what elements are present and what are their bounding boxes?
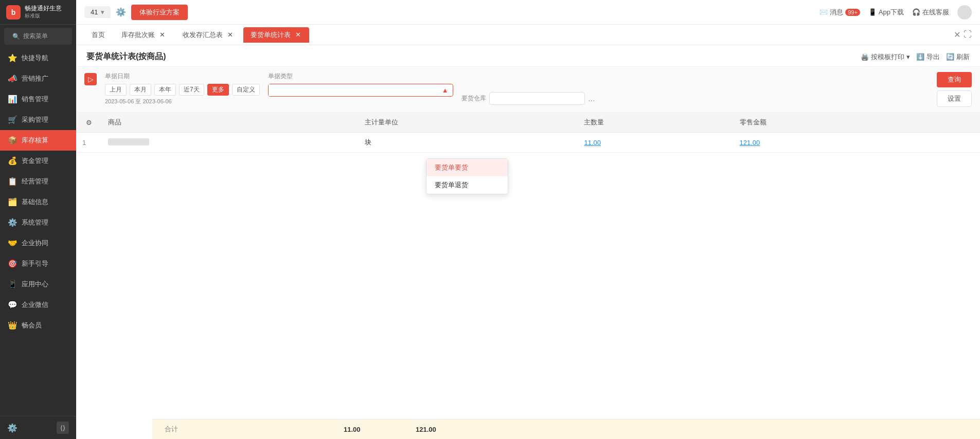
filter-warehouse-group: 要货仓库 … [461,92,595,105]
guide-icon: 🎯 [7,259,17,269]
tab-recv-summary[interactable]: 收发存汇总表 ✕ [175,27,241,43]
print-arrow-icon: ▾ [906,53,910,61]
query-button[interactable]: 查询 [937,72,972,87]
sidebar-item-wechat[interactable]: 💬 企业微信 [0,295,76,315]
retail-amount-link[interactable]: 121.00 [740,139,760,147]
sidebar-item-purchase[interactable]: 🛒 采购管理 [0,109,76,130]
sidebar-item-appcenter[interactable]: 📱 应用中心 [0,274,76,295]
tabs-right-controls: ✕ ⛶ [954,30,972,40]
sidebar-item-vip[interactable]: 👑 畅会员 [0,315,76,336]
filter-actions: 查询 设置 [937,72,972,107]
sidebar-item-enterprise[interactable]: 🤝 企业协同 [0,233,76,253]
sidebar-item-basic[interactable]: 🗂️ 基础信息 [0,192,76,212]
filter-warehouse-more-icon[interactable]: … [588,95,595,103]
col-settings-icon[interactable]: ⚙ [76,113,102,133]
page-title: 要货单统计表(按商品) [86,51,166,62]
sidebar-nav: ⭐ 快捷导航 📣 营销推广 📊 销售管理 🛒 采购管理 📦 库存核算 💰 资金管… [0,48,76,416]
sidebar-item-operation[interactable]: 📋 经营管理 [0,171,76,192]
filter-expand-button[interactable]: ▷ [84,73,97,85]
wechat-icon: 💬 [7,300,17,310]
cell-row-num: 1 [76,133,102,153]
sidebar-collapse-button[interactable]: ⟨⟩ [57,422,69,434]
date-range-text: 2023-05-06 至 2023-06-06 [105,98,260,105]
refresh-button[interactable]: 🔄 刷新 [946,52,970,62]
cell-product [102,133,359,153]
data-table: ⚙ 商品 主计量单位 主数量 零售金额 1 块 [76,113,980,153]
footer-main-qty: 11.00 [344,426,395,433]
quicknav-icon: ⭐ [7,53,17,63]
app-download-button[interactable]: 📱 App下载 [868,8,904,17]
filter-type-input-wrap: ▲ [268,84,453,97]
date-preset-more[interactable]: 更多 [207,84,229,96]
col-retail-amount: 零售金额 [734,113,921,133]
tab-close-inventory-batch[interactable]: ✕ [158,31,166,39]
inventory-icon: 📦 [7,135,17,145]
export-button[interactable]: ⬇️ 导出 [916,52,940,62]
filter-type-input[interactable] [269,84,438,96]
settings-button[interactable]: 设置 [937,90,972,107]
refresh-icon: 🔄 [946,53,954,61]
dropdown-item-require-return[interactable]: 要货单退货 [426,176,508,194]
sidebar-item-quicknav[interactable]: ⭐ 快捷导航 [0,48,76,68]
date-preset-this-month[interactable]: 本月 [130,84,151,96]
main-area: 41 ▾ ⚙️ 体验行业方案 ✉️ 消息 99+ 📱 App下载 🎧 在线客服 [76,0,980,439]
filter-bar: ▷ 单据日期 上月 本月 本年 近7天 更多 自定义 2023-05-06 至 … [76,67,980,113]
collapse-icon: ⟨⟩ [60,424,65,432]
sidebar-item-inventory[interactable]: 📦 库存核算 [0,130,76,151]
tab-close-order-stat[interactable]: ✕ [294,31,302,39]
footer-label: 合计 [158,425,261,434]
filter-date-row: 上月 本月 本年 近7天 更多 自定义 [105,84,260,96]
filter-warehouse-input[interactable] [489,92,585,105]
finance-icon: 💰 [7,156,17,166]
vip-icon: 👑 [7,320,17,331]
tab-home[interactable]: 首页 [84,27,112,43]
tab-order-stat[interactable]: 要货单统计表 ✕ [243,27,309,43]
appcenter-icon: 📱 [7,279,17,289]
page-actions: 🖨️ 按模板打印 ▾ ⬇️ 导出 🔄 刷新 [861,52,970,62]
marketing-icon: 📣 [7,74,17,84]
basic-icon: 🗂️ [7,197,17,207]
cell-main-qty: 11.00 [578,133,733,153]
online-service-button[interactable]: 🎧 在线客服 [912,8,949,17]
table-row: 1 块 11.00 121.00 [76,133,980,153]
sidebar-item-guide[interactable]: 🎯 新手引导 [0,253,76,274]
filter-type-arrow-icon[interactable]: ▲ [438,84,453,96]
dropdown-arrow-icon: ▾ [101,8,104,16]
col-unit: 主计量单位 [359,113,578,133]
col-product: 商品 [102,113,359,133]
header-left: 41 ▾ ⚙️ 体验行业方案 [84,5,188,20]
sidebar-item-finance[interactable]: 💰 资金管理 [0,151,76,171]
tab-inventory-batch[interactable]: 库存批次账 ✕ [114,27,173,43]
top-header: 41 ▾ ⚙️ 体验行业方案 ✉️ 消息 99+ 📱 App下载 🎧 在线客服 [76,0,980,25]
sidebar-item-marketing[interactable]: 📣 营销推广 [0,68,76,89]
messages-button[interactable]: ✉️ 消息 99+ [819,8,860,17]
trial-button[interactable]: 体验行业方案 [131,5,188,20]
header-settings-icon[interactable]: ⚙️ [116,7,126,17]
service-icon: 🎧 [912,8,920,16]
tab-close-all-icon[interactable]: ✕ [954,30,960,40]
date-preset-custom[interactable]: 自定义 [232,84,260,96]
enterprise-icon: 🤝 [7,238,17,248]
tab-expand-icon[interactable]: ⛶ [964,30,972,40]
search-icon: 🔍 [12,33,20,40]
date-preset-7days[interactable]: 近7天 [179,84,204,96]
phone-icon: 📱 [868,8,877,16]
cell-retail-amount: 121.00 [734,133,921,153]
user-avatar[interactable] [957,5,972,20]
system-icon: ⚙️ [7,217,17,228]
main-qty-link[interactable]: 11.00 [584,139,601,147]
type-dropdown: 要货单要货 要货单退货 [426,158,508,194]
date-preset-this-year[interactable]: 本年 [154,84,176,96]
table-header-row: ⚙ 商品 主计量单位 主数量 零售金额 [76,113,980,133]
tab-close-recv-summary[interactable]: ✕ [226,31,234,39]
date-preset-last-month[interactable]: 上月 [105,84,127,96]
col-main-qty: 主数量 [578,113,733,133]
sidebar-item-sales[interactable]: 📊 销售管理 [0,89,76,109]
operation-icon: 📋 [7,176,17,187]
gear-bottom-icon[interactable]: ⚙️ [7,423,17,433]
print-button[interactable]: 🖨️ 按模板打印 ▾ [861,52,910,62]
header-right: ✉️ 消息 99+ 📱 App下载 🎧 在线客服 [819,5,972,20]
sidebar-search[interactable]: 🔍 搜索菜单 [4,28,72,45]
dropdown-item-require-goods[interactable]: 要货单要货 [426,159,508,176]
sidebar-item-system[interactable]: ⚙️ 系统管理 [0,212,76,233]
